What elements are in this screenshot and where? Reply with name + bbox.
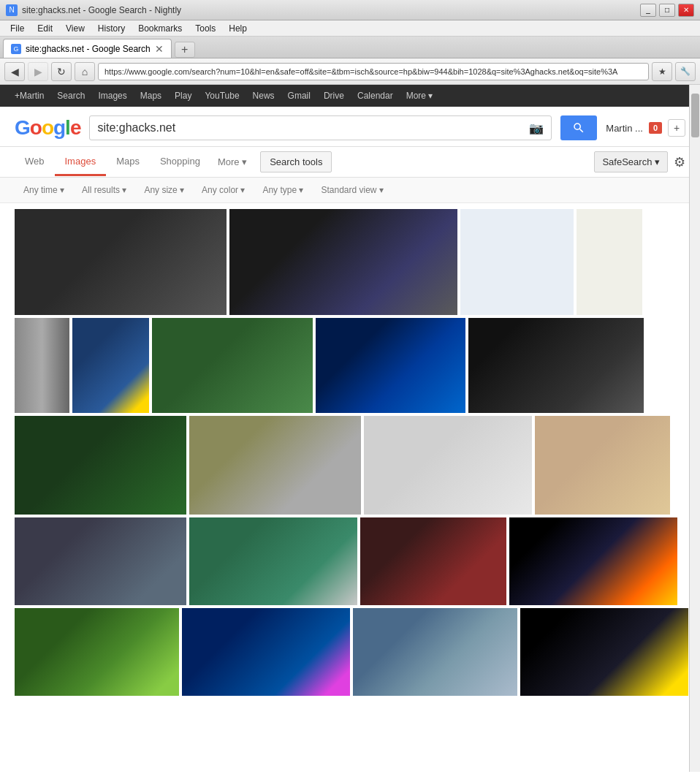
menu-bar: File Edit View History Bookmarks Tools H… xyxy=(0,20,700,37)
tab-close-button[interactable]: ✕ xyxy=(155,43,164,55)
filter-tabs: Web Images Maps Shopping More ▾ Search t… xyxy=(0,147,700,178)
filter-right: SafeSearch ▾ ⚙ xyxy=(594,151,685,172)
refresh-button[interactable]: ↻ xyxy=(51,62,72,81)
image-item[interactable] xyxy=(316,318,465,413)
image-item[interactable] xyxy=(364,416,532,515)
topnav-search[interactable]: Search xyxy=(51,88,91,104)
menu-history[interactable]: History xyxy=(92,22,131,35)
user-section: Martin ... 0 + xyxy=(606,119,685,137)
image-row-1 xyxy=(15,209,685,315)
browser-icon: N xyxy=(6,4,18,16)
menu-tools[interactable]: Tools xyxy=(189,22,221,35)
image-item[interactable] xyxy=(15,416,186,515)
image-item[interactable] xyxy=(72,318,149,413)
close-button[interactable]: ✕ xyxy=(678,4,694,17)
tab-shopping[interactable]: Shopping xyxy=(150,148,210,176)
topnav-youtube[interactable]: YouTube xyxy=(199,88,245,104)
topnav-drive[interactable]: Drive xyxy=(318,88,350,104)
bookmark-button[interactable]: ★ xyxy=(652,62,672,81)
scrollbar-thumb[interactable] xyxy=(691,94,699,137)
image-item[interactable] xyxy=(460,209,574,315)
topnav-play[interactable]: Play xyxy=(169,88,197,104)
image-item[interactable] xyxy=(15,209,227,315)
topnav-images[interactable]: Images xyxy=(92,88,132,104)
search-button[interactable] xyxy=(560,115,597,140)
forward-button[interactable]: ▶ xyxy=(28,62,48,81)
tab-title: site:ghacks.net - Google Search xyxy=(26,44,151,54)
tab-more[interactable]: More ▾ xyxy=(210,149,254,175)
navigation-bar: ◀ ▶ ↻ ⌂ ★ 🔧 xyxy=(0,58,700,85)
back-button[interactable]: ◀ xyxy=(4,62,25,81)
new-tab-button[interactable]: + xyxy=(175,42,195,58)
search-box-wrapper: 📷 xyxy=(89,115,552,140)
title-bar: N site:ghacks.net - Google Search - Nigh… xyxy=(0,0,700,20)
tab-images[interactable]: Images xyxy=(55,148,107,176)
image-item[interactable] xyxy=(520,608,688,696)
filter-color[interactable]: Any color ▾ xyxy=(193,182,254,198)
topnav-maps[interactable]: Maps xyxy=(134,88,167,104)
share-button[interactable]: + xyxy=(668,119,685,137)
image-item[interactable] xyxy=(189,517,357,605)
filter-time[interactable]: Any time ▾ xyxy=(15,182,73,198)
menu-help[interactable]: Help xyxy=(223,22,253,35)
tab-web[interactable]: Web xyxy=(15,148,55,176)
filter-size[interactable]: Any size ▾ xyxy=(135,182,193,198)
image-item[interactable] xyxy=(152,318,313,413)
topnav-gmail[interactable]: Gmail xyxy=(282,88,316,104)
window-controls: _ □ ✕ xyxy=(640,4,694,17)
topnav-calendar[interactable]: Calendar xyxy=(351,88,399,104)
image-item[interactable] xyxy=(189,416,361,515)
image-item[interactable] xyxy=(15,517,186,605)
image-item[interactable] xyxy=(509,517,677,605)
sub-filters: Any time ▾ All results ▾ Any size ▾ Any … xyxy=(0,178,700,203)
filter-view[interactable]: Standard view ▾ xyxy=(312,182,392,198)
image-item[interactable] xyxy=(182,608,350,696)
filter-type[interactable]: Any type ▾ xyxy=(254,182,312,198)
image-item[interactable] xyxy=(468,318,644,413)
active-tab[interactable]: G site:ghacks.net - Google Search ✕ xyxy=(3,39,172,58)
image-item[interactable] xyxy=(229,209,457,315)
google-topnav: +Martin Search Images Maps Play YouTube … xyxy=(0,85,700,107)
menu-file[interactable]: File xyxy=(4,22,30,35)
google-logo: Google xyxy=(15,116,80,140)
address-bar[interactable] xyxy=(98,63,649,80)
image-item[interactable] xyxy=(577,209,642,315)
topnav-news[interactable]: News xyxy=(247,88,281,104)
image-item[interactable] xyxy=(15,318,69,413)
filter-results[interactable]: All results ▾ xyxy=(73,182,135,198)
search-tools-button[interactable]: Search tools xyxy=(260,151,332,172)
search-area: Google 📷 Martin ... 0 + xyxy=(0,107,700,147)
menu-bookmarks[interactable]: Bookmarks xyxy=(132,22,188,35)
tab-bar: G site:ghacks.net - Google Search ✕ + xyxy=(0,37,700,58)
safe-search-button[interactable]: SafeSearch ▾ xyxy=(594,151,668,172)
image-row-3 xyxy=(15,416,685,515)
image-row-2 xyxy=(15,318,685,413)
topnav-more[interactable]: More ▾ xyxy=(400,88,439,104)
menu-view[interactable]: View xyxy=(60,22,91,35)
settings-gear-icon[interactable]: ⚙ xyxy=(674,154,685,170)
scrollbar[interactable] xyxy=(689,85,700,702)
image-row-4 xyxy=(15,517,685,605)
tab-maps[interactable]: Maps xyxy=(106,148,150,176)
image-item[interactable] xyxy=(535,416,670,515)
maximize-button[interactable]: □ xyxy=(659,4,675,17)
image-item[interactable] xyxy=(15,608,179,696)
topnav-plus-martin[interactable]: +Martin xyxy=(9,88,50,104)
image-item[interactable] xyxy=(353,608,517,696)
minimize-button[interactable]: _ xyxy=(640,4,656,17)
home-button[interactable]: ⌂ xyxy=(75,62,95,81)
extensions-button[interactable]: 🔧 xyxy=(675,62,696,81)
menu-edit[interactable]: Edit xyxy=(31,22,58,35)
image-item[interactable] xyxy=(360,517,506,605)
search-input[interactable] xyxy=(97,121,529,134)
tab-favicon: G xyxy=(11,44,21,54)
user-name[interactable]: Martin ... xyxy=(606,123,643,134)
notifications-badge[interactable]: 0 xyxy=(649,122,662,134)
image-grid xyxy=(0,203,700,702)
camera-search-icon[interactable]: 📷 xyxy=(529,121,544,135)
window-title: site:ghacks.net - Google Search - Nightl… xyxy=(22,5,181,15)
image-row-5 xyxy=(15,608,685,696)
